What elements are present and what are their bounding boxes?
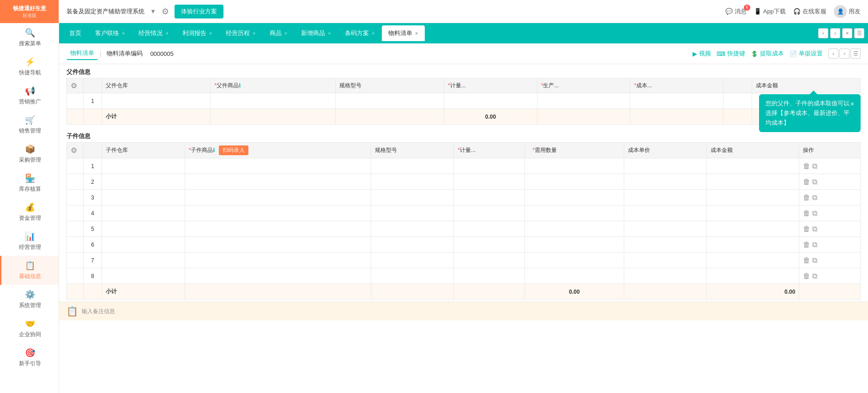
app-download-button[interactable]: 📱 App下载 bbox=[754, 7, 786, 16]
parent-row-produce[interactable] bbox=[537, 93, 630, 109]
parent-row-cost[interactable] bbox=[630, 93, 723, 109]
delete-icon[interactable]: 🗑 bbox=[803, 209, 810, 218]
copy-icon[interactable]: ⧉ bbox=[812, 162, 817, 170]
child-row2-unit-cost[interactable] bbox=[624, 174, 707, 190]
scan-button[interactable]: 扫码录入 bbox=[219, 145, 248, 155]
tab-goods[interactable]: 商品 × bbox=[263, 25, 294, 41]
parent-subtotal-col4 bbox=[335, 109, 444, 125]
gear-icon[interactable]: ⚙ bbox=[71, 82, 77, 90]
dropdown-arrow-icon[interactable]: ▼ bbox=[150, 8, 156, 15]
sidebar-item-sales[interactable]: 🛒 销售管理 bbox=[0, 110, 59, 139]
trial-button[interactable]: 体验行业方案 bbox=[175, 5, 223, 18]
view-button[interactable]: ▶ 视频 bbox=[693, 49, 711, 58]
online-service-button[interactable]: 🎧 在线客服 bbox=[793, 7, 826, 16]
delete-icon[interactable]: 🗑 bbox=[803, 241, 810, 249]
tab-close-operation[interactable]: × bbox=[165, 30, 168, 36]
parent-subtotal-value: 0.00 bbox=[444, 109, 537, 125]
tab-add-goods[interactable]: 新增商品 × bbox=[295, 25, 337, 41]
tab-close-goods[interactable]: × bbox=[284, 30, 287, 36]
child-row2-unit[interactable] bbox=[454, 174, 525, 190]
parent-row-warehouse[interactable] bbox=[102, 93, 211, 109]
parent-col-cost: *成本... bbox=[630, 79, 723, 93]
single-settings-button[interactable]: 📄 单据设置 bbox=[790, 49, 823, 58]
copy-icon[interactable]: ⧉ bbox=[812, 209, 817, 218]
sidebar-item-finance[interactable]: 💰 资金管理 bbox=[0, 198, 59, 227]
child-row2-spec[interactable] bbox=[371, 174, 454, 190]
copy-icon[interactable]: ⧉ bbox=[812, 193, 817, 202]
sidebar-item-collab[interactable]: 🤝 企业协同 bbox=[0, 314, 59, 343]
content-tab-bom[interactable]: 物料清单 bbox=[66, 47, 98, 60]
tab-close-bom[interactable]: × bbox=[415, 30, 418, 36]
sidebar-item-marketing[interactable]: 📢 营销推广 bbox=[0, 81, 59, 110]
child-row2-qty[interactable] bbox=[525, 174, 624, 190]
layout-icon[interactable]: ☰ bbox=[850, 48, 861, 59]
tab-close-profit[interactable]: × bbox=[209, 30, 212, 36]
message-button[interactable]: 💬 消息 6 bbox=[725, 7, 747, 16]
tab-close-all[interactable]: × bbox=[842, 28, 852, 38]
child-row1-qty[interactable] bbox=[525, 158, 624, 174]
tab-close-customer[interactable]: × bbox=[122, 30, 125, 36]
gear-icon[interactable]: ⚙ bbox=[162, 6, 169, 17]
tab-history[interactable]: 经营历程 × bbox=[219, 25, 262, 41]
view-label: 视频 bbox=[699, 49, 711, 58]
tab-home[interactable]: 首页 bbox=[63, 25, 88, 41]
shortcut-button[interactable]: ⌨ 快捷键 bbox=[717, 49, 745, 58]
delete-icon[interactable]: 🗑 bbox=[803, 162, 810, 170]
notes-placeholder[interactable]: 输入备注信息 bbox=[82, 308, 115, 315]
delete-icon[interactable]: 🗑 bbox=[803, 225, 810, 233]
copy-icon[interactable]: ⧉ bbox=[812, 225, 817, 233]
parent-row-unit[interactable] bbox=[444, 93, 537, 109]
tab-barcode[interactable]: 条码方案 × bbox=[338, 25, 381, 41]
tab-operation[interactable]: 经营情况 × bbox=[132, 25, 175, 41]
sidebar-item-purchase[interactable]: 📦 采购管理 bbox=[0, 139, 59, 169]
sidebar-item-system[interactable]: ⚙️ 系统管理 bbox=[0, 285, 59, 314]
gear-icon[interactable]: ⚙ bbox=[71, 146, 77, 154]
copy-icon[interactable]: ⧉ bbox=[812, 178, 817, 186]
parent-col-spec: 规格型号 bbox=[335, 79, 444, 93]
sidebar-item-operation[interactable]: 📊 经营管理 bbox=[0, 227, 59, 256]
tab-bom[interactable]: 物料清单 × bbox=[382, 25, 424, 41]
extract-cost-button[interactable]: 💲 提取成本 bbox=[751, 49, 784, 58]
tooltip-close-button[interactable]: × bbox=[850, 99, 854, 109]
delete-icon[interactable]: 🗑 bbox=[803, 256, 810, 265]
copy-icon[interactable]: ⧉ bbox=[812, 256, 817, 265]
tab-menu-icon[interactable]: ☰ bbox=[854, 28, 864, 38]
tab-next-arrow[interactable]: › bbox=[830, 28, 840, 38]
sidebar-item-guide[interactable]: 🎯 新手引导 bbox=[0, 343, 59, 372]
sidebar-item-nav[interactable]: ⚡ 快捷导航 bbox=[0, 52, 59, 81]
tab-profit[interactable]: 利润报告 × bbox=[176, 25, 218, 41]
delete-icon[interactable]: 🗑 bbox=[803, 178, 810, 186]
parent-section-title: 父件信息 bbox=[66, 64, 861, 78]
sidebar-item-label: 新手引导 bbox=[19, 360, 41, 368]
parent-row-spec[interactable] bbox=[335, 93, 444, 109]
settings-icon: 📄 bbox=[790, 50, 797, 57]
sidebar-item-search[interactable]: 🔍 搜索菜单 bbox=[0, 23, 59, 52]
sidebar-item-basic[interactable]: 📋 基础信息 bbox=[0, 256, 59, 285]
copy-icon[interactable]: ⧉ bbox=[812, 241, 817, 249]
main-area: 装备及固定资产辅助管理系统 ▼ ⚙ 体验行业方案 💬 消息 6 📱 App下载 … bbox=[59, 0, 868, 393]
user-name: 用友 bbox=[849, 7, 861, 16]
copy-icon[interactable]: ⧉ bbox=[812, 272, 817, 280]
user-avatar[interactable]: 👤 用友 bbox=[834, 5, 861, 18]
tab-close-barcode[interactable]: × bbox=[372, 30, 374, 36]
sidebar-item-inventory[interactable]: 🏪 库存核算 bbox=[0, 169, 59, 198]
child-row1-spec[interactable] bbox=[371, 158, 454, 174]
child-col-action: 操作 bbox=[799, 143, 861, 158]
delete-icon[interactable]: 🗑 bbox=[803, 193, 810, 202]
child-row2-warehouse[interactable] bbox=[102, 174, 185, 190]
child-row1-unit-cost[interactable] bbox=[624, 158, 707, 174]
tab-prev-arrow[interactable]: ‹ bbox=[818, 28, 828, 38]
parent-row-product[interactable] bbox=[211, 93, 335, 109]
tab-close-history[interactable]: × bbox=[253, 30, 255, 36]
tab-close-add-goods[interactable]: × bbox=[328, 30, 331, 36]
delete-icon[interactable]: 🗑 bbox=[803, 272, 810, 280]
next-record[interactable]: › bbox=[839, 48, 850, 59]
child-row1-unit[interactable] bbox=[454, 158, 525, 174]
child-subtotal-row: 小计 0.00 0.00 bbox=[67, 284, 861, 300]
app-download-label: App下载 bbox=[763, 7, 786, 16]
child-row1-product[interactable] bbox=[185, 158, 371, 174]
prev-record[interactable]: ‹ bbox=[828, 48, 838, 59]
child-row2-product[interactable] bbox=[185, 174, 371, 190]
child-row1-warehouse[interactable] bbox=[102, 158, 185, 174]
tab-customer[interactable]: 客户联络 × bbox=[89, 25, 131, 41]
